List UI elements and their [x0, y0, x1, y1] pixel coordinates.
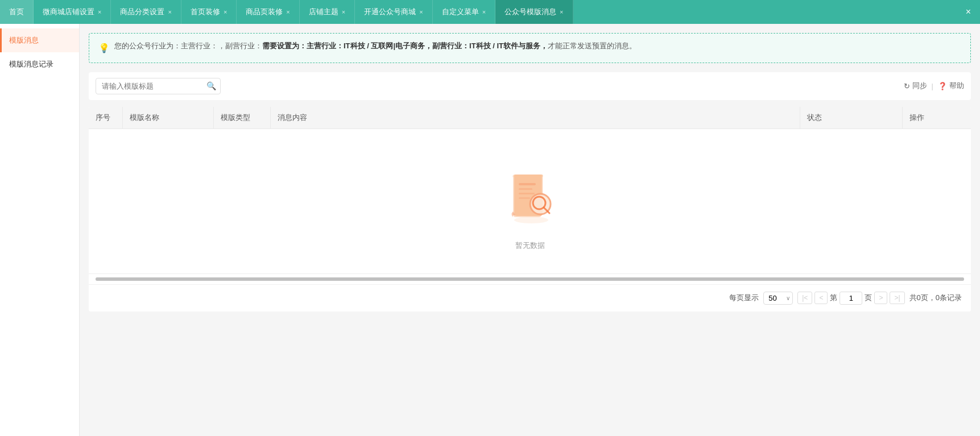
notice-text-suffix: 才能正常发送预置的消息。	[548, 41, 636, 50]
tab-home[interactable]: 首页	[0, 0, 34, 24]
page-label: 第	[830, 293, 837, 303]
notice-text-prefix: 您的公众号行业为：主营行业：，副营行业：	[114, 41, 262, 50]
empty-icon	[496, 163, 564, 231]
tab-open-wechat-close[interactable]: ×	[419, 9, 423, 15]
tab-store-settings-close[interactable]: ×	[98, 9, 101, 15]
prev-page-button[interactable]: <	[814, 292, 828, 304]
page-input[interactable]	[840, 292, 862, 305]
sidebar: 模版消息 模版消息记录	[0, 24, 80, 436]
sidebar-item-template-message-record[interactable]: 模版消息记录	[0, 52, 79, 76]
tab-store-settings-label: 微商城店铺设置	[43, 7, 94, 17]
search-input-wrap: 🔍	[96, 78, 221, 94]
sidebar-item-template-message[interactable]: 模版消息	[0, 28, 79, 52]
col-template-name: 模版名称	[123, 107, 214, 128]
tab-homepage-close[interactable]: ×	[224, 9, 227, 15]
page-unit-label: 页	[865, 293, 872, 303]
tab-homepage[interactable]: 首页装修 ×	[181, 0, 237, 24]
help-button[interactable]: ❓ 帮助	[938, 81, 964, 91]
notice-box: 💡 您的公众号行业为：主营行业：，副营行业：需要设置为：主营行业：IT科技 / …	[89, 33, 971, 63]
scrollbar-thumb	[96, 277, 964, 281]
notice-icon: 💡	[98, 41, 110, 56]
tab-category-close[interactable]: ×	[168, 9, 171, 15]
tab-custom-menu[interactable]: 自定义菜单 ×	[433, 0, 495, 24]
close-all-tabs[interactable]: ×	[957, 0, 980, 24]
page-total: 共0页，0条记录	[909, 293, 962, 303]
page-nav: |< < 第 页 > >|	[797, 292, 904, 305]
tab-product-page-label: 商品页装修	[246, 7, 283, 17]
tab-template-message-label: 公众号模版消息	[505, 7, 556, 17]
col-template-type: 模版类型	[214, 107, 271, 128]
empty-state: 暂无数据	[89, 129, 971, 273]
sync-button[interactable]: ↻ 同步	[904, 81, 927, 91]
svg-point-0	[514, 217, 548, 223]
tab-store-settings[interactable]: 微商城店铺设置 ×	[34, 0, 111, 24]
toolbar-right: ↻ 同步 | ❓ 帮助	[904, 81, 964, 91]
sync-label: 同步	[912, 81, 927, 91]
per-page-label: 每页显示	[729, 293, 759, 303]
search-input[interactable]	[96, 78, 221, 94]
search-button[interactable]: 🔍	[206, 81, 216, 90]
notice-text: 您的公众号行业为：主营行业：，副营行业：需要设置为：主营行业：IT科技 / 互联…	[114, 40, 636, 52]
sidebar-item-template-message-label: 模版消息	[9, 36, 39, 44]
data-table: 序号 模版名称 模版类型 消息内容 状态 操作	[89, 107, 971, 312]
per-page-select-wrap: 50 20 100	[763, 292, 793, 305]
toolbar: 🔍 ↻ 同步 | ❓ 帮助	[89, 72, 971, 100]
help-icon: ❓	[938, 82, 947, 90]
tab-home-label: 首页	[9, 7, 24, 17]
tab-template-message[interactable]: 公众号模版消息 ×	[495, 0, 573, 24]
tab-category-label: 商品分类设置	[120, 7, 164, 17]
tab-open-wechat[interactable]: 开通公众号商城 ×	[355, 0, 432, 24]
tab-category[interactable]: 商品分类设置 ×	[111, 0, 181, 24]
col-status: 状态	[800, 107, 903, 128]
tab-product-page[interactable]: 商品页装修 ×	[237, 0, 299, 24]
tab-homepage-label: 首页装修	[191, 7, 220, 17]
sync-icon: ↻	[904, 82, 910, 90]
svg-rect-2	[519, 188, 532, 190]
next-page-button[interactable]: >	[874, 292, 887, 304]
tab-custom-menu-label: 自定义菜单	[442, 7, 479, 17]
svg-rect-4	[519, 197, 530, 199]
search-area: 🔍	[96, 78, 221, 94]
help-label: 帮助	[949, 81, 964, 91]
last-page-button[interactable]: >|	[890, 292, 904, 304]
tab-open-wechat-label: 开通公众号商城	[364, 7, 416, 17]
per-page-select[interactable]: 50 20 100	[763, 292, 793, 305]
svg-rect-3	[519, 193, 535, 194]
table-header: 序号 模版名称 模版类型 消息内容 状态 操作	[89, 107, 971, 129]
svg-rect-1	[519, 183, 536, 185]
tab-theme-label: 店铺主题	[309, 7, 338, 17]
col-action: 操作	[903, 107, 971, 128]
tab-template-message-close[interactable]: ×	[560, 9, 563, 15]
toolbar-divider: |	[932, 82, 933, 90]
first-page-button[interactable]: |<	[797, 292, 812, 304]
col-index: 序号	[89, 107, 123, 128]
content-area: 💡 您的公众号行业为：主营行业：，副营行业：需要设置为：主营行业：IT科技 / …	[80, 24, 980, 436]
tab-theme-close[interactable]: ×	[342, 9, 345, 15]
tab-product-page-close[interactable]: ×	[286, 9, 290, 15]
main-layout: 模版消息 模版消息记录 💡 您的公众号行业为：主营行业：，副营行业：需要设置为：…	[0, 24, 980, 436]
empty-text: 暂无数据	[515, 240, 545, 251]
tab-theme[interactable]: 店铺主题 ×	[300, 0, 355, 24]
pagination: 每页显示 50 20 100 |< < 第 页 > >|	[89, 284, 971, 312]
notice-highlight: 需要设置为：主营行业：IT科技 / 互联网|电子商务，副营行业：IT科技 / I…	[262, 41, 548, 50]
horizontal-scrollbar[interactable]	[96, 277, 964, 281]
tab-bar: 首页 微商城店铺设置 × 商品分类设置 × 首页装修 × 商品页装修 × 店铺主…	[0, 0, 980, 24]
tab-custom-menu-close[interactable]: ×	[482, 9, 486, 15]
sidebar-item-template-message-record-label: 模版消息记录	[9, 60, 53, 68]
col-message-content: 消息内容	[271, 107, 800, 128]
scrollbar-row	[89, 273, 971, 284]
